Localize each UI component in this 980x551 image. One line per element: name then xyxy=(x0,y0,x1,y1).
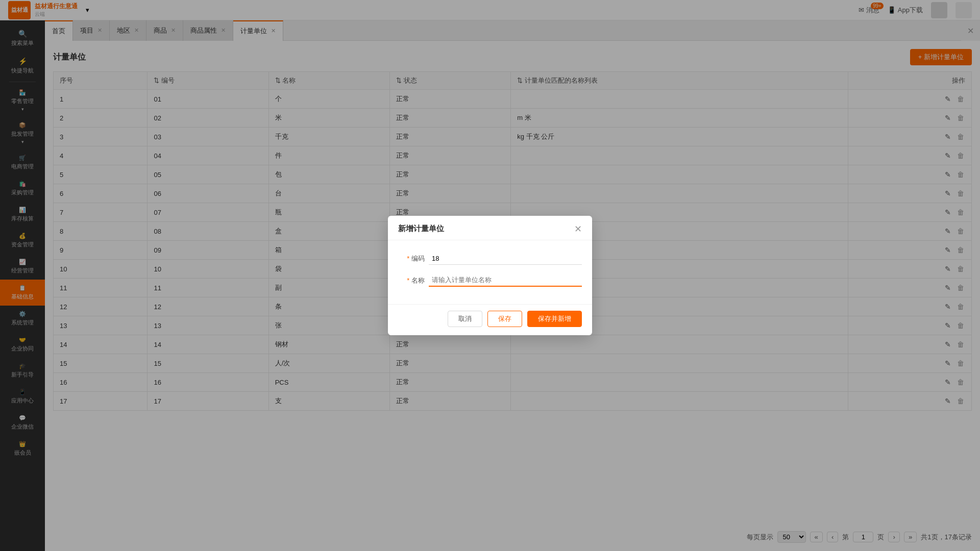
form-row-name: * 名称 xyxy=(398,274,582,287)
cancel-btn[interactable]: 取消 xyxy=(448,311,482,327)
add-unit-modal: 新增计量单位 ✕ * 编码 * 名称 取消 保存 保存并新增 xyxy=(388,216,592,335)
name-label: * 名称 xyxy=(398,276,429,285)
modal-title: 新增计量单位 xyxy=(398,224,444,234)
modal-footer: 取消 保存 保存并新增 xyxy=(388,304,592,335)
code-input[interactable] xyxy=(429,253,582,265)
form-row-code: * 编码 xyxy=(398,253,582,265)
code-label: * 编码 xyxy=(398,254,429,263)
modal-close-btn[interactable]: ✕ xyxy=(574,224,582,234)
save-btn[interactable]: 保存 xyxy=(487,311,522,327)
name-input[interactable] xyxy=(429,274,582,287)
modal-body: * 编码 * 名称 xyxy=(388,240,592,304)
modal-header: 新增计量单位 ✕ xyxy=(388,216,592,240)
modal-overlay: 新增计量单位 ✕ * 编码 * 名称 取消 保存 保存并新增 xyxy=(0,0,980,551)
save-new-btn[interactable]: 保存并新增 xyxy=(527,311,582,327)
